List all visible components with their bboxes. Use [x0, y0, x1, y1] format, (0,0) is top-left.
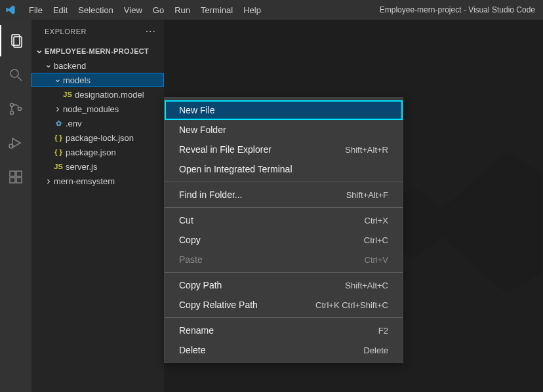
explorer-header: EXPLORER ··· [31, 20, 164, 43]
js-icon: JS [52, 163, 64, 170]
context-menu-separator [165, 272, 403, 273]
keyboard-shortcut: Ctrl+X [365, 216, 388, 225]
env-icon: ✿ [52, 119, 64, 128]
context-menu-item[interactable]: CopyCtrl+C [165, 230, 403, 250]
activity-extensions[interactable] [0, 161, 31, 193]
svg-point-5 [10, 111, 14, 115]
context-menu-item[interactable]: DeleteDelete [165, 340, 403, 360]
tree-file[interactable]: JSdesignation.model [31, 87, 164, 102]
svg-marker-7 [12, 138, 20, 147]
context-menu-label: New Folder [179, 125, 226, 135]
context-menu-item[interactable]: RenameF2 [165, 321, 403, 340]
keyboard-shortcut: Ctrl+K Ctrl+Shift+C [315, 300, 388, 310]
tree-item-label: mern-emsystem [54, 176, 115, 186]
menu-go[interactable]: Go [148, 3, 169, 18]
menu-terminal[interactable]: Terminal [195, 3, 238, 18]
vscode-logo-icon [5, 5, 16, 15]
context-menu-item[interactable]: Find in Folder...Shift+Alt+F [165, 185, 403, 205]
context-menu-item[interactable]: Open in Integrated Terminal [165, 159, 403, 179]
keyboard-shortcut: Shift+Alt+F [346, 190, 388, 200]
menu-run[interactable]: Run [169, 3, 195, 18]
tree-item-label: models [63, 75, 90, 85]
menu-selection[interactable]: Selection [73, 3, 118, 18]
svg-line-3 [18, 77, 22, 81]
context-menu-item[interactable]: Copy Relative PathCtrl+K Ctrl+Shift+C [165, 295, 403, 315]
context-menu-separator [165, 182, 403, 182]
svg-rect-11 [16, 178, 22, 183]
context-menu-label: Open in Integrated Terminal [179, 164, 292, 174]
context-menu-label: Find in Folder... [179, 189, 243, 200]
context-menu-label: Copy Relative Path [179, 300, 258, 310]
chevron-right-icon [43, 176, 54, 186]
tree-file[interactable]: JSserver.js [31, 159, 164, 174]
tree-item-label: package.json [66, 147, 116, 157]
tree-root-label: EMPLOYEE-MERN-PROJECT [45, 47, 149, 55]
svg-point-4 [10, 104, 14, 107]
keyboard-shortcut: F2 [378, 326, 388, 336]
title-bar: FileEditSelectionViewGoRunTerminalHelp E… [0, 0, 543, 20]
context-menu-label: Reveal in File Explorer [179, 144, 272, 155]
keyboard-shortcut: Shift+Alt+R [345, 145, 388, 155]
context-menu-item[interactable]: CutCtrl+X [165, 210, 403, 230]
context-menu-label: Cut [179, 215, 193, 225]
window-title: Employee-mern-project - Visual Studio Co… [380, 5, 538, 14]
js-icon: JS [62, 90, 73, 98]
tree-root[interactable]: EMPLOYEE-MERN-PROJECT [31, 44, 164, 58]
explorer-more-icon[interactable]: ··· [146, 26, 156, 37]
svg-point-2 [10, 69, 18, 77]
chevron-right-icon [52, 104, 63, 114]
json-icon: { } [52, 148, 64, 156]
tree-folder[interactable]: mern-emsystem [31, 174, 164, 188]
svg-rect-9 [10, 171, 15, 176]
svg-rect-10 [10, 178, 15, 183]
tree-file[interactable]: { }package-lock.json [31, 130, 164, 145]
file-tree: EMPLOYEE-MERN-PROJECT backendmodelsJSdes… [31, 43, 164, 392]
svg-rect-12 [16, 171, 22, 176]
activity-debug[interactable] [0, 127, 31, 159]
chevron-down-icon [43, 61, 54, 70]
json-icon: { } [52, 134, 64, 142]
chevron-down-icon [52, 75, 63, 85]
activity-search[interactable] [0, 59, 31, 90]
tree-item-label: package-lock.json [66, 133, 134, 143]
activity-explorer[interactable] [0, 25, 31, 56]
keyboard-shortcut: Delete [363, 345, 388, 355]
context-menu-separator [165, 317, 403, 318]
context-menu-label: Delete [179, 345, 205, 355]
context-menu-separator [165, 207, 403, 208]
keyboard-shortcut: Ctrl+V [365, 255, 388, 265]
tree-folder[interactable]: models [31, 73, 164, 87]
menu-bar: FileEditSelectionViewGoRunTerminalHelp [24, 3, 266, 18]
tree-folder[interactable]: node_modules [31, 102, 164, 116]
activity-scm[interactable] [0, 93, 31, 125]
tree-item-label: backend [54, 61, 86, 71]
tree-item-label: server.js [66, 162, 97, 172]
context-menu-item[interactable]: New Folder [165, 120, 403, 140]
context-menu-label: Copy Path [179, 280, 222, 290]
svg-point-6 [18, 108, 22, 111]
context-menu-item[interactable]: Reveal in File ExplorerShift+Alt+R [165, 140, 403, 159]
vscode-watermark-icon [386, 138, 543, 310]
menu-view[interactable]: View [119, 3, 148, 18]
tree-folder[interactable]: backend [31, 58, 164, 73]
explorer-sidebar: EXPLORER ··· EMPLOYEE-MERN-PROJECT backe… [31, 20, 164, 392]
context-menu-label: New File [179, 105, 214, 115]
menu-edit[interactable]: Edit [48, 3, 73, 18]
tree-item-label: .env [66, 119, 82, 128]
tree-item-label: designation.model [75, 90, 144, 100]
menu-file[interactable]: File [24, 3, 48, 18]
keyboard-shortcut: Ctrl+C [364, 235, 388, 245]
activity-bar [0, 20, 31, 392]
explorer-title: EXPLORER [45, 28, 87, 35]
menu-help[interactable]: Help [238, 3, 266, 18]
context-menu-label: Copy [179, 235, 201, 245]
context-menu-item[interactable]: Copy PathShift+Alt+C [165, 275, 403, 295]
context-menu-label: Paste [179, 254, 203, 265]
context-menu: New FileNew FolderReveal in File Explore… [164, 97, 403, 363]
tree-item-label: node_modules [63, 104, 119, 114]
keyboard-shortcut: Shift+Alt+C [345, 281, 388, 290]
tree-file[interactable]: ✿.env [31, 116, 164, 130]
context-menu-item[interactable]: New File [165, 100, 403, 120]
context-menu-item: PasteCtrl+V [165, 250, 403, 269]
tree-file[interactable]: { }package.json [31, 145, 164, 159]
